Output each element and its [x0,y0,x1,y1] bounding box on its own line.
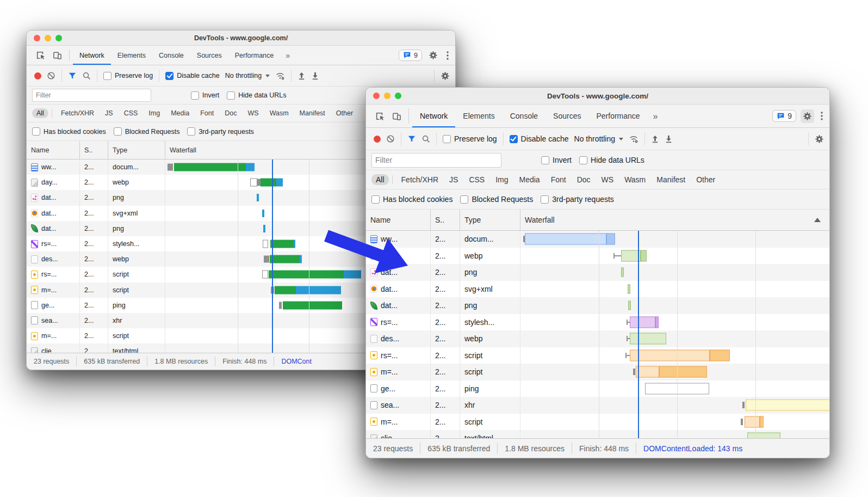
kebab-menu-icon[interactable] [819,112,825,120]
network-conditions-icon[interactable] [629,134,638,144]
request-row[interactable]: dat...2...png [366,297,829,314]
preserve-log-checkbox[interactable]: Preserve log [103,72,153,80]
hide-data-urls-checkbox[interactable]: Hide data URLs [227,91,286,100]
request-row[interactable]: sea...2...xhr [366,397,829,414]
type-filter-manifest[interactable]: Manifest [295,108,330,118]
type-filter-font[interactable]: Font [196,108,218,118]
tab-performance[interactable]: Performance [588,105,647,127]
type-filter-img[interactable]: Img [491,174,512,185]
close-window-button[interactable] [34,35,40,41]
tab-network[interactable]: Network [412,105,455,127]
import-har-icon[interactable] [297,72,306,80]
request-row[interactable]: dat...2...png [366,264,829,281]
request-row[interactable]: m=...2...script [366,414,829,431]
checkbox-checked[interactable] [165,72,173,80]
hide-data-urls-checkbox[interactable]: Hide data URLs [579,156,644,164]
record-network-log-button[interactable] [34,72,41,79]
column-header-status[interactable]: S.. [431,210,460,230]
close-window-button[interactable] [373,93,380,99]
window-titlebar[interactable]: DevTools - www.google.com/ [27,30,455,46]
3rd-party-requests-checkbox[interactable]: 3rd-party requests [541,195,614,204]
tab-network[interactable]: Network [73,46,111,65]
minimize-window-button[interactable] [384,93,390,99]
type-filter-fetch-xhr[interactable]: Fetch/XHR [57,108,98,118]
checkbox-unchecked[interactable] [103,72,111,80]
type-filter-css[interactable]: CSS [120,108,142,118]
type-filter-other[interactable]: Other [692,174,720,185]
network-settings-gear-icon[interactable] [815,134,824,144]
more-tabs-button[interactable]: » [280,46,295,65]
type-filter-all[interactable]: All [32,108,48,118]
type-filter-font[interactable]: Font [547,174,571,185]
request-row[interactable]: day...2...webp [366,248,829,265]
tab-sources[interactable]: Sources [190,46,228,65]
type-filter-css[interactable]: CSS [464,174,489,185]
type-filter-doc[interactable]: Doc [573,174,595,185]
has-blocked-cookies-checkbox[interactable]: Has blocked cookies [32,127,106,136]
request-row[interactable]: clie2text/html [366,430,829,438]
request-row[interactable]: rs=...2...stylesh... [366,314,829,331]
filter-input[interactable] [32,89,151,102]
request-row[interactable]: des...2...webp [366,330,829,347]
blocked-requests-checkbox[interactable]: Blocked Requests [114,127,180,136]
throttling-dropdown[interactable]: No throttling [574,134,623,143]
checkbox-checked[interactable] [510,135,518,143]
inspect-element-icon[interactable] [371,105,388,127]
clear-network-log-icon[interactable] [47,71,55,80]
type-filter-js[interactable]: JS [445,174,462,185]
type-filter-all[interactable]: All [371,174,389,185]
checkbox-unchecked[interactable] [443,135,451,143]
type-filter-ws[interactable]: WS [597,174,618,185]
type-filter-ws[interactable]: WS [243,108,263,118]
column-header-type[interactable]: Type [460,210,520,230]
tab-elements[interactable]: Elements [111,46,152,65]
minimize-window-button[interactable] [45,35,51,41]
network-conditions-icon[interactable] [275,71,285,81]
filter-funnel-icon[interactable] [68,71,77,80]
type-filter-img[interactable]: Img [144,108,164,118]
device-toolbar-icon[interactable] [388,105,405,127]
kebab-menu-icon[interactable] [444,51,451,60]
request-row[interactable]: rs=...2...script [366,347,829,364]
record-network-log-button[interactable] [374,136,381,143]
type-filter-wasm[interactable]: Wasm [620,174,650,185]
network-settings-gear-icon[interactable] [441,71,450,81]
column-header-name[interactable]: Name [366,210,431,230]
settings-button[interactable] [801,109,814,123]
more-tabs-button[interactable]: » [648,105,664,127]
search-icon[interactable] [421,134,430,143]
search-icon[interactable] [82,71,91,80]
request-row[interactable]: ge...2...ping [366,381,829,397]
invert-checkbox[interactable]: Invert [541,156,572,164]
preserve-log-checkbox[interactable]: Preserve log [443,134,497,143]
type-filter-doc[interactable]: Doc [220,108,241,118]
checkbox-unchecked[interactable] [191,91,199,100]
checkbox-unchecked[interactable] [371,195,380,204]
checkbox-unchecked[interactable] [114,127,122,136]
type-filter-manifest[interactable]: Manifest [652,174,690,185]
window-titlebar[interactable]: DevTools - www.google.com/ [366,88,829,105]
export-har-icon[interactable] [311,72,319,80]
tab-console[interactable]: Console [503,105,545,127]
checkbox-unchecked[interactable] [541,195,549,204]
tab-sources[interactable]: Sources [545,105,588,127]
request-row[interactable]: m=...2...script [366,364,829,381]
request-row[interactable]: ww...2...docum... [366,231,829,248]
type-filter-media[interactable]: Media [515,174,544,185]
disable-cache-checkbox[interactable]: Disable cache [165,72,220,80]
type-filter-other[interactable]: Other [332,108,357,118]
invert-checkbox[interactable]: Invert [191,91,219,100]
export-har-icon[interactable] [665,135,673,143]
checkbox-unchecked[interactable] [460,195,468,204]
issues-button[interactable]: 9 [772,110,796,122]
has-blocked-cookies-checkbox[interactable]: Has blocked cookies [371,195,452,204]
zoom-window-button[interactable] [395,93,401,99]
settings-button[interactable] [426,48,440,62]
filter-input[interactable] [371,153,501,168]
tab-performance[interactable]: Performance [228,46,281,65]
checkbox-unchecked[interactable] [32,127,40,136]
blocked-requests-checkbox[interactable]: Blocked Requests [460,195,533,204]
checkbox-unchecked[interactable] [541,156,549,164]
clear-network-log-icon[interactable] [386,134,395,143]
tab-elements[interactable]: Elements [455,105,502,127]
